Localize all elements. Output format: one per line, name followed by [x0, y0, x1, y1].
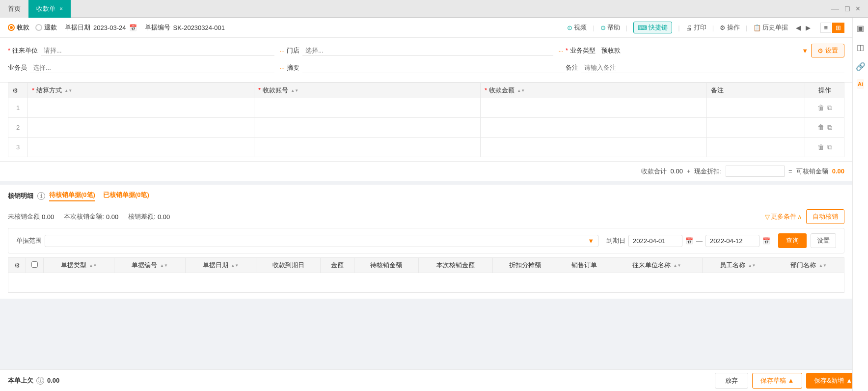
gear-icon: ⚙	[817, 47, 823, 55]
salesperson-more-icon[interactable]: ···	[277, 64, 287, 72]
table-gear-header[interactable]: ⚙	[8, 83, 28, 98]
col-pending: 待核销金额	[354, 258, 418, 273]
biz-type-arrow[interactable]: ▼	[802, 47, 808, 55]
row-2-account[interactable]	[254, 118, 481, 138]
col-header-account: 收款账号 ▲▼	[254, 83, 481, 98]
tab-active[interactable]: 收款单 ×	[28, 0, 71, 18]
remark-input[interactable]	[581, 62, 844, 73]
print-action[interactable]: 🖨 打印	[686, 23, 706, 32]
discount-input[interactable]	[726, 166, 785, 177]
range-select[interactable]: ▼	[45, 235, 598, 247]
due-date-end-calendar-icon[interactable]: 📅	[762, 237, 770, 245]
prev-arrow[interactable]: ◀	[794, 23, 803, 32]
row-1-amount[interactable]	[481, 98, 707, 118]
done-tab[interactable]: 已核销单据(0笔)	[103, 191, 149, 201]
filter-settings-button[interactable]: 设置	[811, 233, 836, 248]
col-checkbox[interactable]	[26, 258, 44, 273]
more-conditions-btn[interactable]: ▽ 更多条件 ∧	[765, 212, 802, 221]
col-gear[interactable]: ⚙	[8, 258, 26, 273]
counterpart-input[interactable]	[41, 45, 274, 56]
shortcut-button[interactable]: ⌨ 快捷键	[633, 22, 672, 33]
memo-input[interactable]	[302, 62, 566, 73]
due-date-end-input[interactable]	[705, 235, 760, 247]
row-1-payment[interactable]	[28, 98, 254, 118]
col-no: 单据编号 ▲▼	[114, 258, 185, 273]
history-button[interactable]: 📋 历史单据	[753, 23, 788, 32]
summary-total-label: 收款合计	[641, 167, 667, 176]
row-3-action: 🗑 ⧉	[805, 138, 844, 157]
table-row: 3 🗑 ⧉	[8, 138, 844, 157]
bill-no-value: SK-20230324-001	[173, 24, 225, 31]
query-button[interactable]: 查询	[778, 233, 807, 248]
sidebar-link-icon[interactable]: 🔗	[854, 60, 868, 73]
store-input[interactable]	[302, 45, 553, 56]
auto-verify-button[interactable]: 自动核销	[806, 209, 844, 224]
info-icon[interactable]: ℹ	[37, 192, 45, 200]
row-3-delete-icon[interactable]: 🗑	[817, 143, 824, 151]
row-2-delete-icon[interactable]: 🗑	[817, 123, 824, 132]
help-label: 帮助	[607, 23, 620, 32]
col-discount: 折扣分摊额	[493, 258, 557, 273]
save-new-arrow-icon[interactable]: ▲	[846, 377, 852, 384]
row-2-amount[interactable]	[481, 118, 707, 138]
form-area: 往来单位 ··· 门店 ··· 业务类型 预收款 ▼ ⚙ 设置 业务员	[0, 38, 852, 83]
draft-button[interactable]: 保存草稿 ▲	[752, 373, 803, 389]
row-2-payment[interactable]	[28, 118, 254, 138]
abandon-button[interactable]: 放弃	[715, 373, 748, 389]
maximize-button[interactable]: □	[845, 4, 850, 13]
operation-action[interactable]: ⚙ 操作	[720, 23, 740, 32]
minimize-button[interactable]: —	[831, 4, 839, 13]
shortcut-label: 快捷键	[649, 23, 668, 32]
row-1-remark[interactable]	[707, 98, 805, 118]
calendar-icon[interactable]: 📅	[129, 24, 137, 31]
carry-over-info-icon[interactable]: ⓘ	[36, 377, 44, 385]
col-type: 单据类型 ▲▼	[44, 258, 114, 273]
draft-arrow-icon[interactable]: ▲	[788, 377, 794, 384]
grid-view-btn[interactable]: ⊞	[832, 23, 844, 33]
row-1-delete-icon[interactable]: 🗑	[817, 104, 824, 112]
due-date-start-input[interactable]	[628, 235, 682, 247]
row-3-amount[interactable]	[481, 138, 707, 157]
close-button[interactable]: ×	[856, 4, 860, 13]
list-view-btn[interactable]: ≡	[820, 23, 831, 33]
due-date-start-calendar-icon[interactable]: 📅	[685, 237, 693, 245]
range-select-arrow: ▼	[588, 237, 594, 245]
tab-close-icon[interactable]: ×	[59, 0, 63, 18]
receipt-radio[interactable]: 收款	[8, 23, 29, 32]
sidebar-layout-icon[interactable]: ◫	[855, 41, 866, 54]
verification-tabs: 待核销单据(0笔) 已核销单据(0笔)	[49, 191, 149, 201]
help-action[interactable]: ⊙ 帮助	[600, 23, 620, 32]
sidebar-ai-icon[interactable]: Ai	[857, 79, 864, 89]
filter-row: 单据范围 ▼ 到期日 📅 — 📅 查询 设置	[8, 228, 844, 253]
setting-button[interactable]: ⚙ 设置	[811, 44, 844, 57]
row-3-payment[interactable]	[28, 138, 254, 157]
unclaimed-label: 未核销金额	[8, 212, 40, 221]
toolbar-right: ⊙ 视频 | ⊙ 帮助 | ⌨ 快捷键 | 🖨 打印 | ⚙ 操作	[567, 22, 844, 33]
select-all-checkbox[interactable]	[31, 261, 38, 268]
view-toggle: ≡ ⊞	[820, 23, 844, 33]
next-arrow[interactable]: ▶	[804, 23, 813, 32]
row-2-remark[interactable]	[707, 118, 805, 138]
bill-no-label: 单据编号	[145, 23, 170, 32]
row-3-copy-icon[interactable]: ⧉	[827, 143, 832, 151]
carry-over-label: 本单上欠	[8, 376, 33, 385]
refund-radio[interactable]: 退款	[35, 23, 57, 32]
row-2-copy-icon[interactable]: ⧉	[827, 123, 832, 132]
tab-home[interactable]: 首页	[0, 0, 28, 18]
sidebar-table-icon[interactable]: ▣	[855, 22, 866, 35]
row-1-account[interactable]	[254, 98, 481, 118]
counterpart-more-icon[interactable]: ···	[277, 47, 287, 55]
salesperson-input[interactable]	[30, 62, 274, 73]
video-action[interactable]: ⊙ 视频	[567, 23, 587, 32]
row-1-copy-icon[interactable]: ⧉	[827, 104, 832, 112]
row-3-remark[interactable]	[707, 138, 805, 157]
diff-stat: 核销差额: 0.00	[128, 212, 170, 221]
refund-radio-label: 退款	[44, 23, 57, 32]
summary-available-label: 可核销金额	[796, 167, 828, 176]
pending-tab[interactable]: 待核销单据(0笔)	[49, 191, 95, 201]
col-header-amount: 收款金额 ▲▼	[481, 83, 707, 98]
store-more-icon[interactable]: ···	[556, 47, 566, 55]
summary-total-value: 0.00	[671, 168, 683, 175]
row-3-account[interactable]	[254, 138, 481, 157]
salesperson-label: 业务员	[8, 63, 27, 72]
